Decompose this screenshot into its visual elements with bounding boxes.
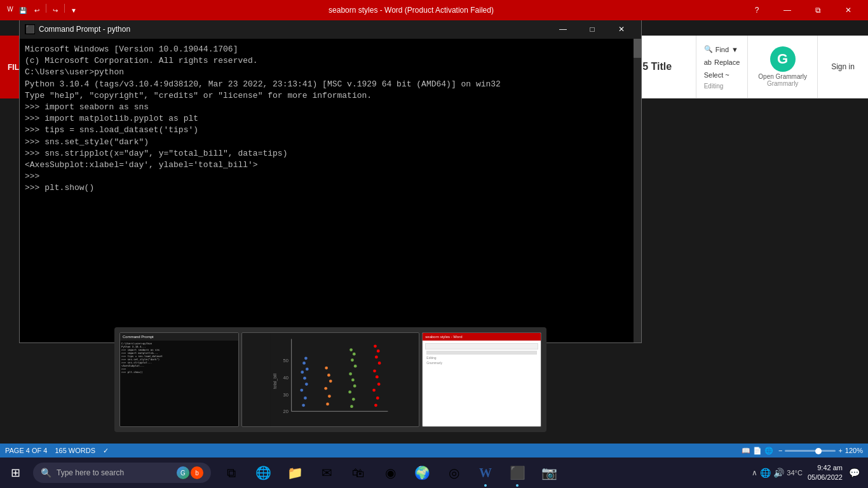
find-label: Find [715, 46, 729, 53]
cmd-title-text: Command Prompt - python [39, 25, 130, 34]
cmd-line-11: <AxesSubplot:xlabel='day', ylabel='total… [25, 159, 636, 171]
cmd-line-0: Microsoft Windows [Version 10.0.19044.17… [25, 44, 636, 55]
taskbar-app-chrome1[interactable]: ◉ [375, 458, 405, 488]
preview-word[interactable]: seaborn styles - Word Editing Grammarly [422, 332, 541, 427]
svg-point-33 [374, 403, 377, 407]
svg-point-37 [376, 376, 379, 379]
time-block[interactable]: 9:42 am 05/06/2022 [808, 463, 843, 483]
zoom-slider[interactable] [785, 450, 836, 452]
cmd-content[interactable]: Microsoft Windows [Version 10.0.19044.17… [20, 39, 641, 342]
taskbar-app-store[interactable]: 🛍 [343, 458, 374, 488]
network-icon: 🌐 [760, 468, 771, 478]
search-bar[interactable]: 🔍 Type here to search G b [33, 463, 211, 483]
temperature-display: 34°C [787, 469, 803, 477]
taskbar: ⊞ 🔍 Type here to search G b ⧉ 🌐 📁 ✉ 🛍 ◉ [0, 458, 868, 488]
preview-word-title: seaborn styles - Word [425, 335, 462, 339]
start-button[interactable]: ⊞ [0, 458, 31, 488]
zoom-plus-icon[interactable]: + [838, 447, 842, 454]
web-layout-icon[interactable]: 🌐 [764, 447, 773, 455]
cmd-scroll-thumb[interactable] [634, 39, 641, 58]
svg-point-31 [353, 353, 356, 356]
cmd-close-button[interactable]: ✕ [607, 20, 636, 39]
preview-chart[interactable]: 20 30 40 50 total_bill [241, 332, 420, 427]
close-button[interactable]: ✕ [834, 0, 863, 20]
taskview-icon: ⧉ [227, 466, 236, 480]
svg-point-8 [302, 403, 305, 407]
svg-point-28 [349, 372, 352, 376]
view-buttons: 📖 📄 🌐 [742, 447, 773, 455]
svg-point-22 [325, 367, 328, 370]
save-button[interactable]: 💾 [17, 4, 29, 17]
svg-point-17 [326, 403, 329, 406]
grammarly-icon[interactable]: G [770, 46, 796, 72]
select-button[interactable]: Select ~ [702, 70, 743, 80]
svg-point-29 [354, 365, 357, 368]
preview-thumbnails: Command Prompt C:\Users\user>python Pyth… [114, 327, 546, 432]
svg-point-10 [300, 389, 303, 392]
preview-cmd-1[interactable]: Command Prompt C:\Users\user>python Pyth… [119, 332, 239, 427]
svg-text:20: 20 [283, 409, 288, 414]
help-button[interactable]: ? [742, 0, 771, 20]
cmd-titlebar: ⬛ Command Prompt - python — □ ✕ [20, 20, 641, 39]
zoom-minus-icon[interactable]: − [778, 447, 782, 454]
sign-in-text[interactable]: Sign in [831, 62, 855, 71]
cmd-scrollbar[interactable] [634, 39, 641, 342]
date-display: 05/06/2022 [808, 473, 843, 482]
find-dropdown-icon: ▼ [731, 46, 738, 53]
svg-point-20 [329, 380, 332, 383]
cmd-line-8: >>> tips = sns.load_dataset('tips') [25, 125, 636, 136]
taskbar-app-mail[interactable]: ✉ [311, 458, 342, 488]
taskbar-app-explorer[interactable]: 📁 [280, 458, 310, 488]
cmd-minimize-button[interactable]: — [548, 20, 578, 39]
taskbar-app-word[interactable]: W [470, 458, 501, 488]
taskbar-app-browser[interactable]: 🌍 [407, 458, 437, 488]
read-mode-icon[interactable]: 📖 [742, 447, 750, 455]
cmd-line-5: Type "help", "copyright", "credits" or "… [25, 90, 636, 102]
taskbar-app-cmd[interactable]: ⬛ [502, 458, 532, 488]
taskbar-app-edge[interactable]: 🌐 [248, 458, 278, 488]
word-status-right: 📖 📄 🌐 − + 120% [742, 447, 863, 455]
grammarly-label: Grammarly [767, 80, 798, 87]
quick-access-toolbar: W 💾 ↩ ↪ ▼ [5, 4, 80, 17]
svg-point-23 [350, 405, 353, 408]
minimize-button[interactable]: — [773, 0, 802, 20]
print-layout-icon[interactable]: 📄 [753, 447, 762, 455]
search-badges: G b [177, 466, 203, 479]
proofing-icon: ✓ [103, 447, 109, 455]
svg-point-21 [327, 374, 330, 377]
editing-label: Editing [702, 83, 743, 90]
zoom-thumb[interactable] [815, 448, 822, 454]
editing-group: 🔍 Find ▼ ab Replace Select ~ Editing [696, 36, 748, 98]
replace-icon: ab [704, 58, 712, 66]
replace-button[interactable]: ab Replace [702, 57, 743, 67]
zoom-level: 120% [845, 447, 863, 454]
svg-point-40 [375, 356, 378, 359]
mail-icon: ✉ [322, 465, 332, 480]
cmd-line-10: >>> sns.stripplot(x="day", y="total_bill… [25, 148, 636, 159]
separator [46, 4, 46, 13]
redo-button[interactable]: ↪ [49, 4, 62, 17]
svg-text:50: 50 [283, 358, 288, 363]
taskbar-app-chrome2[interactable]: ◎ [438, 458, 469, 488]
taskbar-app-camera[interactable]: 📷 [534, 458, 564, 488]
undo-button[interactable]: ↩ [31, 4, 43, 17]
customize-button[interactable]: ▼ [67, 4, 80, 17]
svg-point-25 [348, 391, 351, 394]
notification-icon[interactable]: 💬 [845, 464, 863, 482]
find-button[interactable]: 🔍 Find ▼ [702, 44, 743, 55]
cmd-restore-button[interactable]: □ [578, 20, 607, 39]
search-icon: 🔍 [41, 468, 51, 478]
word-status-bar: PAGE 4 OF 4 165 WORDS ✓ 📖 📄 🌐 − + 120% [0, 444, 868, 458]
preview-word-titlebar: seaborn styles - Word [423, 333, 541, 341]
cmd-line-9: >>> sns.set_style("dark") [25, 137, 636, 148]
restore-button[interactable]: ⧉ [803, 0, 832, 20]
chevron-up-icon[interactable]: ∧ [752, 468, 757, 477]
cmd-line-6: >>> import seaborn as sns [25, 102, 636, 113]
windows-icon: ⊞ [11, 466, 20, 480]
svg-point-42 [374, 344, 377, 348]
grammarly-open-label: Open Grammarly [758, 73, 807, 80]
camera-icon: 📷 [541, 465, 557, 480]
cmd-app-icon-taskbar: ⬛ [510, 465, 526, 480]
grammarly-group: G Open Grammarly Grammarly [747, 36, 817, 98]
taskbar-app-taskview[interactable]: ⧉ [216, 458, 247, 488]
